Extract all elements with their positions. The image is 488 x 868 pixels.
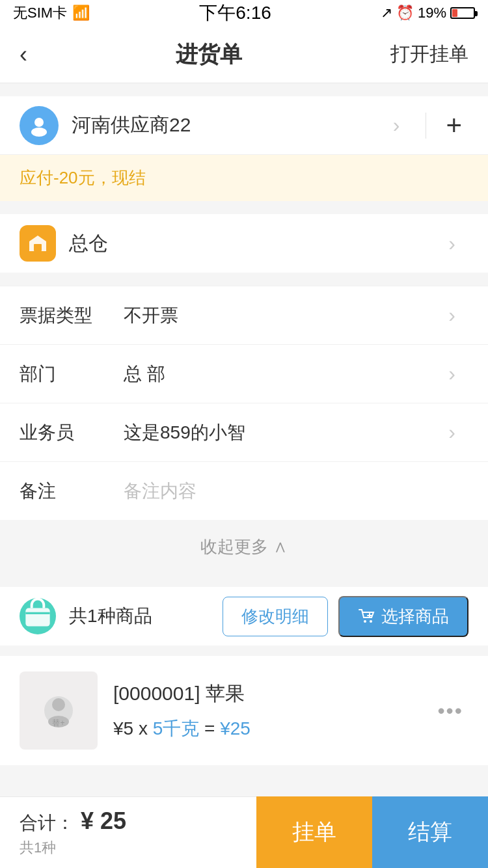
total-text: 合计： [20, 811, 74, 835]
department-label: 部门 [20, 362, 124, 387]
unit-price: ¥5 [113, 718, 133, 739]
remark-placeholder: 备注内容 [124, 479, 468, 504]
battery-icon [450, 7, 475, 19]
warning-bar: 应付-20元，现结 [0, 155, 488, 201]
product-price: ¥5 x 5千克 = ¥25 [113, 716, 432, 741]
back-button[interactable]: ‹ [20, 41, 27, 68]
bottom-bar: 合计： ¥ 25 共1种 挂单 结算 [0, 796, 488, 868]
invoice-row[interactable]: 票据类型 不开票 › [0, 286, 488, 344]
product-thumbnail: 替+ [20, 671, 98, 750]
products-icon [20, 598, 56, 634]
warehouse-section: 总仓 › [0, 214, 488, 273]
carrier-text: 无SIM卡 [13, 3, 67, 23]
add-button[interactable]: + [439, 110, 468, 141]
price-sep: x [139, 718, 153, 739]
supplier-name: 河南供应商22 [72, 112, 393, 139]
supplier-chevron-icon: › [393, 113, 400, 137]
warehouse-row[interactable]: 总仓 › [0, 214, 488, 273]
more-options-button[interactable]: ••• [432, 694, 468, 728]
select-product-button[interactable]: 选择商品 [338, 596, 468, 637]
total-amount: ¥ 25 [81, 807, 126, 835]
total-area: 合计： ¥ 25 共1种 [0, 796, 256, 868]
supplier-avatar [20, 106, 59, 145]
equals: = [204, 718, 220, 739]
supplier-section: 河南供应商22 › + 应付-20元，现结 [0, 96, 488, 201]
product-info: [0000001] 苹果 ¥5 x 5千克 = ¥25 [113, 681, 432, 741]
svg-point-5 [370, 620, 372, 623]
salesman-chevron-icon: › [448, 420, 455, 444]
status-right: ↗ ⏰ 19% [381, 5, 475, 21]
location-icon: ↗ [381, 5, 392, 21]
department-value: 总 部 [124, 362, 448, 387]
total-label: 合计： ¥ 25 [20, 807, 237, 835]
product-placeholder-icon: 替+ [36, 688, 81, 733]
form-section: 票据类型 不开票 › 部门 总 部 › 业务员 这是859的小智 › 备注 备注… [0, 286, 488, 520]
svg-point-4 [364, 620, 366, 623]
status-bar: 无SIM卡 📶 下午6:16 ↗ ⏰ 19% [0, 0, 488, 26]
warehouse-chevron-icon: › [448, 232, 455, 256]
salesman-value: 这是859的小智 [124, 420, 448, 445]
hang-button[interactable]: 挂单 [256, 796, 372, 868]
supplier-divider [426, 113, 426, 139]
svg-point-1 [31, 128, 47, 137]
total-sub: 共1种 [20, 838, 237, 858]
open-hang-button[interactable]: 打开挂单 [390, 41, 468, 68]
warehouse-icon [20, 225, 56, 262]
collapse-button[interactable]: 收起更多 ∧ [0, 520, 488, 574]
svg-rect-2 [34, 244, 42, 251]
status-left: 无SIM卡 📶 [13, 3, 90, 23]
battery-percent: 19% [418, 5, 446, 21]
wifi-icon: 📶 [72, 5, 90, 21]
invoice-value: 不开票 [124, 303, 448, 328]
svg-point-7 [52, 698, 65, 711]
product-item: 替+ [0000001] 苹果 ¥5 x 5千克 = ¥25 ••• [0, 656, 488, 765]
alarm-icon: ⏰ [396, 5, 414, 21]
gap-2 [0, 201, 488, 214]
quantity: 5千克 [153, 718, 200, 739]
salesman-row[interactable]: 业务员 这是859的小智 › [0, 403, 488, 461]
page-title: 进货单 [176, 40, 242, 70]
products-count: 共1种商品 [69, 604, 223, 629]
gap-3 [0, 273, 488, 286]
supplier-row[interactable]: 河南供应商22 › + [0, 96, 488, 155]
nav-bar: ‹ 进货单 打开挂单 [0, 26, 488, 83]
salesman-label: 业务员 [20, 420, 124, 445]
gap-4 [0, 574, 488, 587]
warehouse-name: 总仓 [69, 230, 448, 257]
gap-1 [0, 83, 488, 96]
svg-rect-3 [25, 608, 49, 627]
invoice-chevron-icon: › [448, 303, 455, 327]
modify-detail-button[interactable]: 修改明细 [223, 597, 328, 636]
remark-row[interactable]: 备注 备注内容 [0, 461, 488, 520]
product-name: [0000001] 苹果 [113, 681, 432, 707]
svg-text:替+: 替+ [52, 718, 64, 727]
item-total: ¥25 [220, 718, 251, 739]
product-title: 苹果 [206, 683, 245, 704]
products-header: 共1种商品 修改明细 选择商品 [0, 587, 488, 645]
remark-label: 备注 [20, 479, 124, 504]
product-code: [0000001] [113, 683, 200, 704]
department-chevron-icon: › [448, 362, 455, 386]
select-product-label: 选择商品 [381, 605, 449, 628]
status-time: 下午6:16 [199, 1, 271, 25]
checkout-button[interactable]: 结算 [372, 796, 488, 868]
cart-icon [358, 608, 376, 624]
invoice-label: 票据类型 [20, 303, 124, 328]
department-row[interactable]: 部门 总 部 › [0, 344, 488, 403]
svg-point-0 [34, 118, 44, 127]
